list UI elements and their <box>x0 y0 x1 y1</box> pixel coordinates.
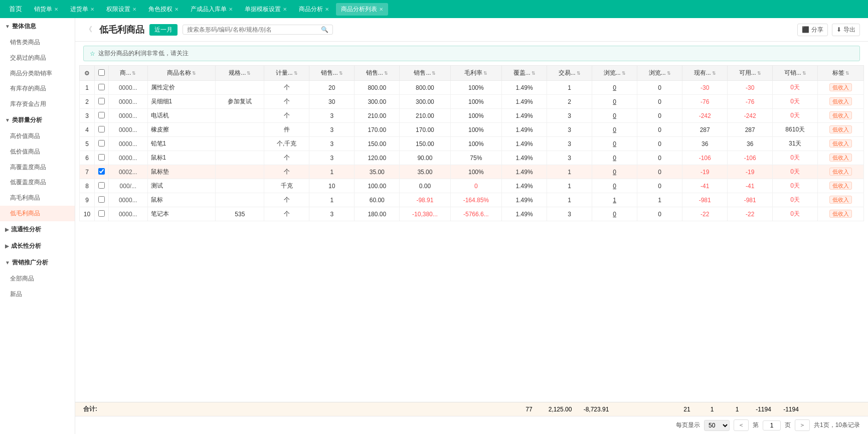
cell-checkbox[interactable] <box>95 207 109 221</box>
close-icon[interactable]: ✕ <box>283 7 287 12</box>
prev-page-button[interactable]: ＜ <box>734 419 749 431</box>
cell-name[interactable]: 电话机 <box>147 109 216 123</box>
col-spec[interactable]: 规格...⇅ <box>216 66 264 81</box>
sidebar-group-overall[interactable]: ▼ 整体信息 <box>0 18 75 35</box>
close-icon[interactable]: ✕ <box>90 7 94 12</box>
cell-views1[interactable]: 0 <box>592 179 637 193</box>
cell-tag[interactable]: 低收入 <box>818 137 864 151</box>
cell-name[interactable]: 鼠标垫 <box>147 165 216 179</box>
cell-checkbox[interactable] <box>95 95 109 109</box>
col-available[interactable]: 可用...⇅ <box>728 66 773 81</box>
cell-name[interactable]: 鼠标 <box>147 193 216 207</box>
row-checkbox[interactable] <box>98 168 105 175</box>
col-settings[interactable]: ⚙ <box>80 66 95 81</box>
search-input[interactable] <box>187 26 319 33</box>
sidebar-group-flow[interactable]: ▶ 流通性分析 <box>0 221 75 238</box>
cell-name[interactable]: 鼠标1 <box>147 151 216 165</box>
cell-checkbox[interactable] <box>95 123 109 137</box>
col-coverage[interactable]: 覆盖...⇅ <box>502 66 547 81</box>
sidebar-group-growth[interactable]: ▶ 成长性分析 <box>0 238 75 254</box>
cell-checkbox[interactable] <box>95 165 109 179</box>
col-gross-margin[interactable]: 毛利率⇅ <box>450 66 502 81</box>
nav-role[interactable]: 角色授权✕ <box>143 3 184 16</box>
sidebar-item-category-rate[interactable]: 商品分类助销率 <box>0 66 75 81</box>
next-page-button[interactable]: ＞ <box>795 419 810 431</box>
cell-tag[interactable]: 低收入 <box>818 165 864 179</box>
nav-template[interactable]: 单据模板设置✕ <box>240 3 292 16</box>
cell-checkbox[interactable] <box>95 109 109 123</box>
cell-tag[interactable]: 低收入 <box>818 151 864 165</box>
cell-checkbox[interactable] <box>95 179 109 193</box>
cell-tag[interactable]: 低收入 <box>818 193 864 207</box>
sidebar-item-new-goods[interactable]: 新品 <box>0 286 75 302</box>
sidebar-item-low-value[interactable]: 低价值商品 <box>0 144 75 160</box>
cell-tag[interactable]: 低收入 <box>818 207 864 221</box>
nav-product-analysis[interactable]: 商品分析✕ <box>294 3 334 16</box>
nav-finished-goods[interactable]: 产成品入库单✕ <box>186 3 238 16</box>
sidebar-item-low-margin[interactable]: 低毛利商品 <box>0 206 75 221</box>
col-code[interactable]: 商...⇅ <box>109 66 148 81</box>
col-views2[interactable]: 浏览...⇅ <box>637 66 682 81</box>
nav-product-analysis-list[interactable]: 商品分析列表✕ <box>336 3 388 16</box>
close-icon[interactable]: ✕ <box>54 7 58 12</box>
row-checkbox[interactable] <box>98 140 105 147</box>
nav-purchase-order[interactable]: 进货单✕ <box>65 3 99 16</box>
close-icon[interactable]: ✕ <box>132 7 136 12</box>
row-checkbox[interactable] <box>98 182 105 189</box>
cell-views1[interactable]: 0 <box>592 207 637 221</box>
row-checkbox[interactable] <box>98 126 105 132</box>
col-current[interactable]: 现有...⇅ <box>682 66 728 81</box>
cell-checkbox[interactable] <box>95 193 109 207</box>
close-icon[interactable]: ✕ <box>229 7 233 12</box>
cell-views1[interactable]: 0 <box>592 109 637 123</box>
cell-tag[interactable]: 低收入 <box>818 95 864 109</box>
row-checkbox[interactable] <box>98 98 105 104</box>
row-checkbox[interactable] <box>98 210 105 217</box>
sidebar-item-high-margin[interactable]: 高毛利商品 <box>0 190 75 206</box>
cell-views1[interactable]: 0 <box>592 137 637 151</box>
sidebar-item-low-coverage[interactable]: 低覆盖度商品 <box>0 175 75 190</box>
cell-checkbox[interactable] <box>95 81 109 95</box>
col-name[interactable]: 商品名称⇅ <box>147 66 216 81</box>
cell-checkbox[interactable] <box>95 137 109 151</box>
nav-home[interactable]: 首页 <box>4 3 27 16</box>
cell-views1[interactable]: 0 <box>592 81 637 95</box>
close-icon[interactable]: ✕ <box>325 7 329 12</box>
col-unit[interactable]: 计量...⇅ <box>264 66 309 81</box>
cell-tag[interactable]: 低收入 <box>818 179 864 193</box>
col-trade[interactable]: 交易...⇅ <box>547 66 592 81</box>
sidebar-item-sales-goods[interactable]: 销售类商品 <box>0 35 75 50</box>
close-icon[interactable]: ✕ <box>175 7 179 12</box>
row-checkbox[interactable] <box>98 196 105 203</box>
cell-views1[interactable]: 0 <box>592 165 637 179</box>
cell-views1[interactable]: 0 <box>592 151 637 165</box>
cell-name[interactable]: 吴细细1 <box>147 95 216 109</box>
cell-tag[interactable]: 低收入 <box>818 109 864 123</box>
cell-views1[interactable]: 0 <box>592 95 637 109</box>
sidebar-item-high-coverage[interactable]: 高覆盖度商品 <box>0 160 75 175</box>
sidebar-item-stock-goods[interactable]: 有库存的商品 <box>0 81 75 96</box>
cell-views1[interactable]: 0 <box>592 123 637 137</box>
share-button[interactable]: ⬛ 分享 <box>797 24 828 36</box>
row-checkbox[interactable] <box>98 112 105 118</box>
cell-name[interactable]: 橡皮擦 <box>147 123 216 137</box>
page-number-input[interactable] <box>763 420 781 430</box>
col-views1[interactable]: 浏览...⇅ <box>592 66 637 81</box>
select-all-checkbox[interactable] <box>98 69 105 76</box>
col-saleable[interactable]: 可销...⇅ <box>773 66 818 81</box>
cell-tag[interactable]: 低收入 <box>818 81 864 95</box>
cell-name[interactable]: 属性定价 <box>147 81 216 95</box>
row-checkbox[interactable] <box>98 154 105 161</box>
cell-tag[interactable]: 低收入 <box>818 123 864 137</box>
search-icon[interactable]: 🔍 <box>321 26 328 33</box>
cell-name[interactable]: 笔记本 <box>147 207 216 221</box>
sidebar-item-high-value[interactable]: 高价值商品 <box>0 128 75 144</box>
date-filter-button[interactable]: 近一月 <box>149 24 178 36</box>
sidebar-item-all-goods[interactable]: 全部商品 <box>0 271 75 286</box>
row-checkbox[interactable] <box>98 84 105 90</box>
sidebar-group-marketing[interactable]: ▼ 营销推广分析 <box>0 254 75 271</box>
cell-name[interactable]: 测试 <box>147 179 216 193</box>
nav-permission[interactable]: 权限设置✕ <box>101 3 141 16</box>
cell-checkbox[interactable] <box>95 151 109 165</box>
sidebar-group-cluster[interactable]: ▼ 类群量分析 <box>0 112 75 128</box>
